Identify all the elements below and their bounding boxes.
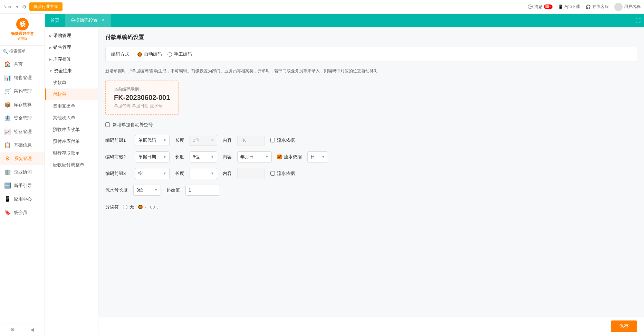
separator-dash-label: - — [145, 204, 146, 210]
start-value-input[interactable] — [185, 185, 220, 196]
sidebar-item-inventory[interactable]: 📦 库存核算 — [0, 98, 45, 111]
length2-select[interactable]: 8位 ▼ — [190, 151, 217, 162]
flow1-checkbox[interactable] — [270, 138, 275, 142]
tab-maximize-icon[interactable]: ⛶ — [636, 18, 641, 23]
top-bar-right: 💬 消息 99+ 📱 App下载 🎧 在线客服 用户名称 — [528, 3, 641, 11]
auto-encoding-option[interactable]: 自动编码 — [137, 51, 162, 57]
tab-home[interactable]: 首页 — [45, 14, 65, 27]
flow1-checkbox-label[interactable]: 流水依据 — [270, 137, 295, 143]
content-area: ▶ 采购管理 ▶ 销售管理 ▶ 库存核算 — [45, 27, 644, 335]
search-menu[interactable]: 🔍 搜索菜单 — [0, 46, 45, 57]
serial-length-value: 3位 — [136, 187, 143, 193]
dropdown-arrow-icon[interactable]: ▼ — [15, 4, 19, 9]
logo-text: 畅捷通好生意 — [11, 31, 34, 36]
sidebar-item-enterprise[interactable]: 🏢 企业协同 — [0, 165, 45, 179]
sec-nav-recv-pay-adj[interactable]: 应收应付调整单 — [45, 159, 98, 171]
separator-dot-label: . — [157, 204, 158, 210]
flow2-checkbox-label[interactable]: 流水依据 — [277, 154, 302, 160]
sidebar-item-purchase[interactable]: 🛒 采购管理 — [0, 84, 45, 98]
serial-number-row: 流水号长度 3位 ▼ 起始值 — [105, 185, 637, 196]
length3-select[interactable]: ▼ — [190, 168, 217, 179]
prefix3-select[interactable]: 空 ▼ — [135, 168, 170, 179]
separator-row: 分隔符 无 - . — [105, 204, 637, 210]
sidebar-item-app-center[interactable]: 📱 应用中心 — [0, 192, 45, 206]
tab-minimize-icon[interactable]: — — [627, 18, 632, 23]
secondary-sidebar: ▶ 采购管理 ▶ 销售管理 ▶ 库存核算 — [45, 27, 98, 335]
tab-encoding[interactable]: 单据编码设置 ✕ — [65, 14, 110, 27]
sidebar-item-finance[interactable]: 🏦 资金管理 — [0, 111, 45, 125]
length1-label: 长度 — [175, 137, 184, 143]
user-info[interactable]: 用户名称 — [614, 3, 641, 11]
length1-select: 2位 ▼ — [190, 135, 217, 146]
sec-nav-bank-deposit[interactable]: 银行存取款单 — [45, 147, 98, 159]
sec-nav-receipt[interactable]: 收款单 — [45, 77, 98, 89]
serial-length-select[interactable]: 3位 ▼ — [133, 185, 161, 196]
serial-length-label: 流水号长度 — [105, 187, 128, 193]
operations-icon: 📈 — [4, 128, 11, 135]
prefix2-select[interactable]: 单据日期 ▼ — [135, 151, 170, 162]
auto-fill-checkbox[interactable] — [105, 122, 110, 127]
sidebar-item-guide[interactable]: 🆕 新手引导 — [0, 179, 45, 192]
separator-none-radio[interactable] — [123, 205, 127, 209]
sidebar-item-member[interactable]: 🔖 畅会员 — [0, 206, 45, 219]
sec-nav-expense[interactable]: 费用支出单 — [45, 100, 98, 112]
page-title: 付款单编码设置 — [105, 34, 637, 41]
separator-label: 分隔符 — [105, 204, 119, 210]
app-icon: 📱 — [558, 4, 563, 9]
sidebar-collapse-icon[interactable]: ◀ — [30, 327, 34, 332]
sec-nav-payment[interactable]: 付款单 — [45, 89, 98, 100]
sec-nav-sales-header[interactable]: ▶ 销售管理 — [45, 41, 98, 53]
main-content: 付款单编码设置 编码方式 自动编码 手工编码 — [98, 27, 644, 317]
sec-nav-prepay-pay[interactable]: 预付冲应付单 — [45, 136, 98, 147]
member-icon: 🔖 — [4, 209, 11, 216]
content2-label: 内容 — [223, 154, 232, 160]
encoding-method-label: 编码方式 — [111, 51, 129, 57]
messages-btn[interactable]: 💬 消息 99+ — [528, 4, 552, 10]
auto-encoding-radio[interactable] — [137, 52, 142, 57]
sec-nav-finance-header[interactable]: ▼ 资金往来 — [45, 65, 98, 77]
basic-icon: 📋 — [4, 142, 11, 148]
industry-btn[interactable]: 体验行业方案 — [29, 2, 63, 11]
separator-dash-radio[interactable] — [138, 205, 143, 209]
logo-icon: 畅 — [16, 18, 29, 30]
info-text: 新增单据时，*单据编码*自动生成，不可编辑。前缀设置为部门、业务员等档案类，开单… — [105, 67, 637, 75]
footer-settings-icon[interactable]: ⚙ — [10, 327, 15, 332]
prefix1-select[interactable]: 单据代码 ▼ — [135, 135, 170, 146]
flow3-checkbox[interactable] — [270, 171, 275, 176]
prefix2-label: 编码前缀2 — [105, 154, 129, 160]
flow2-select-arrow-icon: ▼ — [321, 155, 325, 159]
sec-nav-other-income[interactable]: 其他收入单 — [45, 112, 98, 124]
sidebar-item-basic[interactable]: 📋 基础信息 — [0, 138, 45, 152]
content2-select[interactable]: 年月日 ▼ — [237, 151, 272, 162]
sidebar-item-operations[interactable]: 📈 经营管理 — [0, 125, 45, 138]
flow2-select[interactable]: 日 ▼ — [307, 151, 328, 162]
separator-dot-radio[interactable] — [150, 205, 155, 209]
prefix-row-1: 编码前缀1 单据代码 ▼ 长度 2位 ▼ 内容 FK — [105, 135, 637, 146]
tab-bar-right: — ⛶ — [624, 18, 644, 23]
sidebar-item-system[interactable]: ⚙ 系统管理 — [0, 152, 45, 165]
flow3-checkbox-label[interactable]: 流水依据 — [270, 170, 295, 177]
separator-dash-option[interactable]: - — [138, 204, 146, 210]
separator-none-option[interactable]: 无 — [123, 204, 134, 210]
tab-close-icon[interactable]: ✕ — [101, 18, 105, 23]
manual-encoding-option[interactable]: 手工编码 — [167, 51, 192, 57]
manual-encoding-radio[interactable] — [167, 52, 172, 57]
code-preview-value: FK-20230602-001 — [114, 94, 170, 102]
sidebar-item-sales[interactable]: 📊 销售管理 — [0, 71, 45, 84]
separator-none-label: 无 — [129, 204, 134, 210]
separator-dot-option[interactable]: . — [150, 204, 158, 210]
settings-icon[interactable]: ⚙ — [22, 4, 27, 10]
online-service-btn[interactable]: 🎧 在线客服 — [586, 4, 609, 10]
sidebar-item-home[interactable]: 🏠 首页 — [0, 57, 45, 71]
sec-nav-inventory-header[interactable]: ▶ 库存核算 — [45, 53, 98, 65]
sec-nav-prepay-recv[interactable]: 预收冲应收单 — [45, 124, 98, 136]
code-preview-example-label: 当前编码示例： — [114, 86, 170, 92]
app-download-btn[interactable]: 📱 App下载 — [558, 4, 580, 10]
logo-area: 畅 畅捷通好生意 旗舰版 — [0, 14, 45, 46]
save-button[interactable]: 保存 — [611, 320, 637, 332]
prefix-row-3: 编码前缀3 空 ▼ 长度 ▼ 内容 — [105, 168, 637, 179]
length2-label: 长度 — [175, 154, 184, 160]
sec-nav-purchase-header[interactable]: ▶ 采购管理 — [45, 30, 98, 41]
flow2-checkbox[interactable] — [277, 155, 282, 159]
inventory-icon: 📦 — [4, 101, 11, 108]
